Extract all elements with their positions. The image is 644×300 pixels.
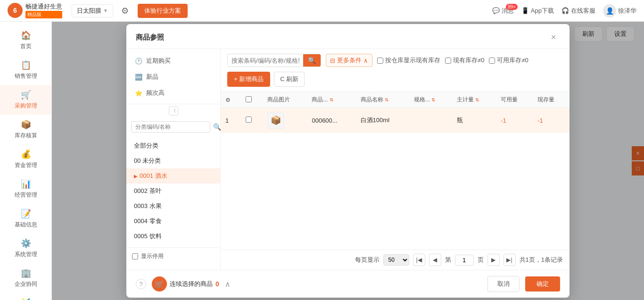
sidebar-item-basic[interactable]: 📝 基础信息 xyxy=(0,204,51,233)
message-button[interactable]: 💬 消息 99+ xyxy=(492,7,514,15)
product-table: ⚙ 商品图片 商品... ⇅ 商品名称 xyxy=(221,92,570,133)
next-page-button[interactable]: ▶ xyxy=(487,254,500,266)
col-spec-label: 规格... xyxy=(414,96,430,103)
online-service-button[interactable]: 🎧 在线客服 xyxy=(561,7,595,15)
confirm-button[interactable]: 确定 xyxy=(525,276,560,292)
sort-spec-icon: ⇅ xyxy=(431,97,435,102)
show-disabled-label: 显示停用 xyxy=(141,252,164,260)
guide-icon: 🔰 xyxy=(21,298,31,300)
sidebar-label-finance: 资金管理 xyxy=(15,161,37,169)
experience-button[interactable]: 体验行业方案 xyxy=(138,4,188,18)
category-item-0004[interactable]: 0004 零食 xyxy=(126,214,220,229)
more-filter-label: 更多条件 xyxy=(337,56,362,65)
select-all-checkbox[interactable] xyxy=(246,96,252,102)
sidebar-item-home[interactable]: 🏠 首页 xyxy=(0,25,51,55)
sidebar-item-enterprise[interactable]: 🏢 企业协同 xyxy=(0,263,51,293)
sidebar-item-inventory[interactable]: 📦 库存核算 xyxy=(0,115,51,144)
warehouse-filter-label[interactable]: 按仓库显示现有库存 xyxy=(377,56,440,65)
usable-filter-checkbox[interactable] xyxy=(489,58,495,64)
system-icon: ⚙️ xyxy=(21,238,31,249)
sidebar-label-operation: 经营管理 xyxy=(15,191,37,199)
app-download-button[interactable]: 📱 App下载 xyxy=(521,7,554,15)
cart-icon: 🛒 xyxy=(152,276,167,292)
logo-icon: 6 xyxy=(8,3,23,18)
available-filter-checkbox[interactable] xyxy=(445,58,451,64)
col-stock: 现存量 xyxy=(533,92,570,108)
gear-button[interactable]: ⚙ xyxy=(118,4,132,18)
row-unit: 瓶 xyxy=(452,108,496,133)
category-search-icon[interactable]: 🔍 xyxy=(213,123,221,131)
category-item-0008[interactable]: 0008 水 xyxy=(126,244,220,247)
sidebar-label-inventory: 库存核算 xyxy=(15,132,37,140)
show-disabled-checkbox[interactable] xyxy=(132,253,138,259)
sidebar-item-operation[interactable]: 📊 经营管理 xyxy=(0,174,51,204)
collapse-left-button[interactable]: 《 xyxy=(169,106,178,116)
sort-unit-icon: ⇅ xyxy=(475,97,479,102)
row-checkbox-cell xyxy=(241,108,263,133)
col-name[interactable]: 商品名称 ⇅ xyxy=(356,92,409,108)
more-filter-button[interactable]: ⊟ 更多条件 ∧ xyxy=(326,54,372,67)
table-row[interactable]: 1 📦 000600... 白酒100ml 瓶 xyxy=(221,108,570,133)
refresh-button[interactable]: C 刷新 xyxy=(274,72,305,87)
category-search-input[interactable] xyxy=(131,121,210,133)
recent-buy-button[interactable]: 🕐 近期购买 xyxy=(131,54,215,68)
pagination-bar: 每页显示 50 10 20 100 |◀ ◀ 第 1 页 xyxy=(221,250,570,270)
category-item-0003[interactable]: 0003 水果 xyxy=(126,199,220,214)
usable-filter-label[interactable]: 可用库存≠0 xyxy=(489,56,528,65)
add-product-button[interactable]: + 新增商品 xyxy=(227,72,270,87)
filter-icon: ⊟ xyxy=(330,57,335,64)
cart-area[interactable]: 🛒 连续选择的商品 0 xyxy=(152,276,219,292)
cancel-button[interactable]: 取消 xyxy=(487,276,520,292)
filter-bar: 🔍 ⊟ 更多条件 ∧ 按仓库显示现有库存 xyxy=(221,49,570,92)
available-filter-label[interactable]: 现有库存≠0 xyxy=(445,56,484,65)
sidebar-item-finance[interactable]: 💰 资金管理 xyxy=(0,144,51,174)
sidebar-label-enterprise: 企业协同 xyxy=(15,280,37,288)
collapse-footer-icon[interactable]: ∧ xyxy=(225,280,231,289)
category-item-00[interactable]: 00 未分类 xyxy=(126,153,220,168)
new-goods-button[interactable]: 🆕 新品 xyxy=(131,70,215,84)
category-all[interactable]: 全部分类 xyxy=(126,138,220,153)
col-code[interactable]: 商品... ⇅ xyxy=(307,92,355,108)
sort-name-icon: ⇅ xyxy=(385,97,388,102)
col-unit[interactable]: 主计量 ⇅ xyxy=(452,92,496,108)
col-settings[interactable]: ⚙ xyxy=(221,92,241,108)
topbar-right: 💬 消息 99+ 📱 App下载 🎧 在线客服 👤 徐泽华 xyxy=(492,4,636,17)
category-item-0002[interactable]: 0002 茶叶 xyxy=(126,183,220,199)
logo-badge: 精品版 xyxy=(25,11,62,18)
sidebar-item-guide[interactable]: 🔰 新手引导 xyxy=(0,293,51,300)
help-button[interactable]: ? xyxy=(136,279,146,289)
page-input[interactable]: 1 xyxy=(455,255,474,266)
sidebar-item-system[interactable]: ⚙️ 系统管理 xyxy=(0,233,51,263)
finance-icon: 💰 xyxy=(21,149,31,159)
new-goods-label: 新品 xyxy=(146,73,158,81)
category-item-0005[interactable]: 0005 饮料 xyxy=(126,229,220,244)
category-item-0001[interactable]: ▶ 0001 酒水 xyxy=(126,168,220,183)
per-page-label: 每页显示 xyxy=(355,256,380,264)
total-info: 共1页，1条记录 xyxy=(520,256,563,264)
user-area[interactable]: 👤 徐泽华 xyxy=(603,4,636,17)
usable-filter-text: 可用库存≠0 xyxy=(497,56,528,65)
sidebar: 🏠 首页 📋 销售管理 🛒 采购管理 📦 库存核算 💰 资金管理 📊 经营管理 … xyxy=(0,22,52,300)
per-page-select[interactable]: 50 10 20 100 xyxy=(383,254,409,266)
row-checkbox[interactable] xyxy=(246,117,252,123)
sidebar-item-purchase[interactable]: 🛒 采购管理 xyxy=(0,85,51,115)
sidebar-label-system: 系统管理 xyxy=(15,250,37,258)
category-search-row: 🔍 xyxy=(126,117,220,136)
warehouse-filter-checkbox[interactable] xyxy=(377,58,383,64)
history-icon: 🕐 xyxy=(135,58,142,65)
first-page-button[interactable]: |◀ xyxy=(413,254,425,266)
modal-close-button[interactable]: × xyxy=(547,31,560,44)
sidebar-item-sales[interactable]: 📋 销售管理 xyxy=(0,55,51,85)
col-spec[interactable]: 规格... ⇅ xyxy=(409,92,452,108)
col-code-label: 商品... xyxy=(312,96,328,103)
last-page-button[interactable]: ▶| xyxy=(504,254,516,266)
product-search-button[interactable]: 🔍 xyxy=(303,54,321,67)
online-service-label: 在线客服 xyxy=(571,7,595,15)
prev-page-button[interactable]: ◀ xyxy=(429,254,441,266)
purchase-icon: 🛒 xyxy=(21,90,31,100)
product-image: 📦 xyxy=(267,112,284,129)
operation-icon: 📊 xyxy=(21,179,31,189)
product-search-input[interactable] xyxy=(228,55,303,67)
nav-selector[interactable]: 日太阳膜 ▼ xyxy=(72,4,113,17)
high-freq-button[interactable]: ⭐ 频次高 xyxy=(131,86,215,100)
